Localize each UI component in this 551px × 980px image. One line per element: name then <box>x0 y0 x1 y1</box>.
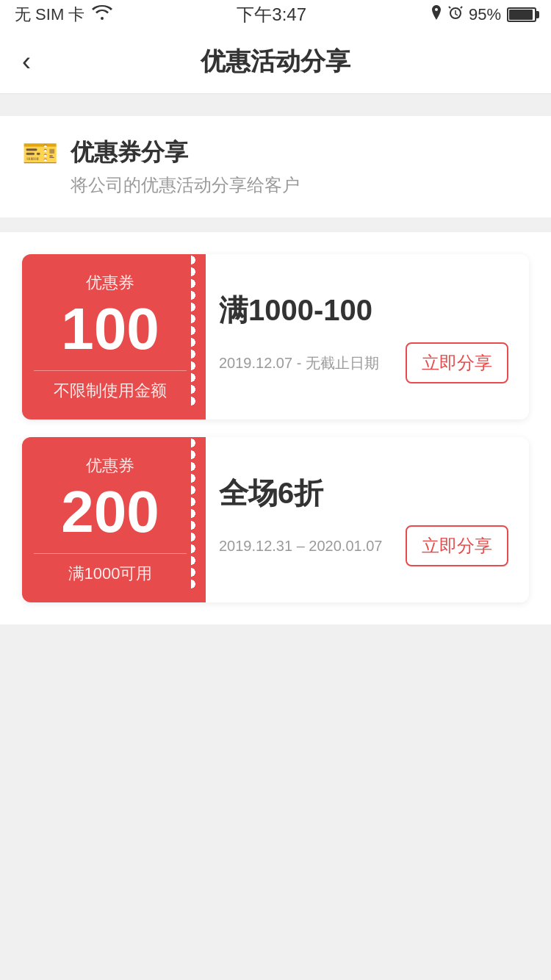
coupon-card-2: 优惠券 200 满1000可用 全场6折 2019.12.31 – 2020.0… <box>22 437 529 602</box>
status-left: 无 SIM 卡 <box>15 4 112 26</box>
coupon-divider-1 <box>34 370 187 371</box>
sim-text: 无 SIM 卡 <box>15 4 84 26</box>
status-right: 95% <box>431 5 536 24</box>
section-text: 优惠券分享 将公司的优惠活动分享给客户 <box>71 137 300 197</box>
battery-percent: 95% <box>469 5 501 24</box>
coupon-left-2: 优惠券 200 满1000可用 <box>22 437 198 602</box>
coupon-right-2: 全场6折 2019.12.31 – 2020.01.07 立即分享 <box>198 437 529 602</box>
section-title: 优惠券分享 <box>71 137 300 169</box>
coupon-right-1: 满1000-100 2019.12.07 - 无截止日期 立即分享 <box>198 254 529 419</box>
coupon-name-2: 全场6折 <box>219 473 508 514</box>
coupon-amount-2: 200 <box>61 483 159 541</box>
wifi-icon <box>92 5 112 24</box>
share-button-2[interactable]: 立即分享 <box>406 525 508 566</box>
coupon-date-1: 2019.12.07 - 无截止日期 <box>219 353 397 373</box>
coupon-amount-1: 100 <box>61 300 159 359</box>
coupons-list: 优惠券 100 不限制使用金额 满1000-100 2019.12.07 - 无… <box>0 232 551 624</box>
share-button-1[interactable]: 立即分享 <box>406 342 508 383</box>
coupon-meta-1: 2019.12.07 - 无截止日期 立即分享 <box>219 342 508 383</box>
alarm-icon <box>448 5 463 24</box>
nav-title: 优惠活动分享 <box>201 45 350 79</box>
battery-icon <box>507 7 536 22</box>
coupon-date-2: 2019.12.31 – 2020.01.07 <box>219 538 397 555</box>
section-header: 🎫 优惠券分享 将公司的优惠活动分享给客户 <box>0 116 551 217</box>
section-subtitle: 将公司的优惠活动分享给客户 <box>71 173 300 197</box>
content-area: 🎫 优惠券分享 将公司的优惠活动分享给客户 优惠券 100 不限制使用金额 满1… <box>0 94 551 646</box>
coupon-condition-2: 满1000可用 <box>68 563 153 585</box>
nav-bar: ‹ 优惠活动分享 <box>0 29 551 94</box>
coupon-left-1: 优惠券 100 不限制使用金额 <box>22 254 198 419</box>
back-button[interactable]: ‹ <box>22 46 31 77</box>
coupon-condition-1: 不限制使用金额 <box>54 380 167 402</box>
coupon-meta-2: 2019.12.31 – 2020.01.07 立即分享 <box>219 525 508 566</box>
location-icon <box>431 5 442 24</box>
coupon-label-1: 优惠券 <box>86 272 134 294</box>
divider <box>0 217 551 232</box>
coupon-card-1: 优惠券 100 不限制使用金额 满1000-100 2019.12.07 - 无… <box>22 254 529 419</box>
coupon-label-2: 优惠券 <box>86 455 134 477</box>
status-bar: 无 SIM 卡 下午3:47 95% <box>0 0 551 29</box>
coupon-name-1: 满1000-100 <box>219 290 508 331</box>
section-icon: 🎫 <box>22 138 59 167</box>
status-time: 下午3:47 <box>237 3 306 26</box>
coupon-divider-2 <box>34 553 187 554</box>
